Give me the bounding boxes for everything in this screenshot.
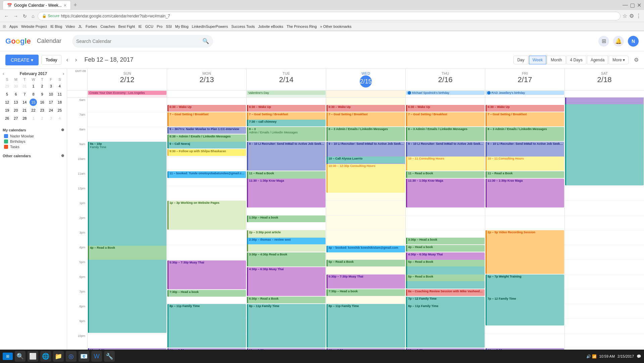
bookmark-pro[interactable]: Pro [157,24,162,28]
active-tab[interactable]: 📅 Google Calendar - Week... × [3,1,71,9]
bookmark-linkedin-superpowers[interactable]: LinkedInSuperPowers [192,24,228,28]
mini-cal-day[interactable]: 20 [12,107,19,114]
settings-button[interactable]: ⚙ [634,57,639,63]
taskbar-chrome[interactable]: ◎ [66,351,77,362]
calendar-event[interactable]: 11:30 – 1:30p Krav Maga [486,179,564,207]
calendar-event[interactable]: 4:30p – 6:30p Muay Thai [247,267,326,296]
calendar-event[interactable]: 6:30 – Wake Up [406,105,485,112]
search-button[interactable]: 🔍 [202,38,209,44]
calendar-event[interactable]: 3:30p – 4:30p Read a Book [247,252,326,266]
taskbar-outlook[interactable]: 📧 [79,351,89,362]
calendar-event[interactable]: 5 – 12Family Time [565,98,644,185]
notifications-icon[interactable]: 🔔 [613,36,624,47]
calendar-event[interactable]: 11:30 – 1:30p Krav Maga [247,179,326,207]
calendar-event[interactable]: 11 – booked: Tunde omotoyobabatundee@gma… [167,171,246,178]
mini-cal-day[interactable]: 9 [39,90,46,98]
mini-cal-day[interactable]: 8 [30,90,37,98]
calendar-event[interactable]: 7 – Goal Setting / Breakfast [167,112,246,126]
calendar-event[interactable]: 7:30 – call chimney [247,120,326,126]
bookmark-success-tools[interactable]: Success Tools [231,24,255,28]
url-bar[interactable]: 🔒 Secure https://calendar.google.com/cal… [38,12,621,20]
my-calendar-item[interactable]: Tasks [3,144,64,149]
allday-event-birthday-fri[interactable]: 🔵 RAD Jewellery's birthday [486,91,564,95]
view-agenda-button[interactable]: Agenda [587,56,608,64]
other-calendars-header[interactable]: Other calendars ⊕ [3,154,64,158]
bookmark-jobvite[interactable]: Jobvite eBooks [258,24,283,28]
prev-week-button[interactable]: ‹ [64,55,70,65]
calendar-event[interactable]: 6:30p – 7:30p Muay Thai [327,275,405,289]
bookmark-best-fight[interactable]: Best Fight [118,24,135,28]
bookmark-forbes[interactable]: Forbes [86,24,97,28]
mini-cal-day[interactable]: 31 [21,82,28,90]
allday-event[interactable]: Create Your Own Economy - Los Angeles [88,91,166,95]
mini-cal-day[interactable]: 4 [56,82,63,90]
my-calendar-item[interactable]: Nader Mowlae [3,133,64,139]
calendar-event[interactable]: 5p – Read a Book [406,260,485,266]
mini-cal-day[interactable]: 21 [21,107,28,114]
calendar-event[interactable]: 8p – 11p Family Time [406,304,485,348]
calendar-event[interactable]: 5:30p – 7:30p Muay Thai [167,260,246,289]
today-button[interactable]: Today [41,55,62,65]
mini-cal-day[interactable]: 15 [30,99,37,106]
allday-event-valentines[interactable]: Valentine's Day [247,91,326,95]
mini-cal-day[interactable]: 3 [47,115,55,122]
calendar-event[interactable]: 11p – 6:30Sleep [565,98,644,104]
calendar-event[interactable]: 8 – 3Admin / Emails / LinkedIn Messages [247,127,326,141]
user-avatar[interactable]: N [628,36,639,47]
mini-cal-day[interactable]: 1 [30,115,37,122]
bookmark-ssi[interactable]: SSI [166,24,172,28]
mini-cal-day[interactable]: 24 [47,107,55,114]
calendar-event[interactable]: 1:30p – Head a book [247,216,326,222]
my-calendar-item[interactable]: Birthdays [3,139,64,144]
view-month-button[interactable]: Month [547,56,565,64]
bookmark-coaches[interactable]: Coaches [100,24,115,28]
mini-cal-day[interactable]: 18 [56,99,63,106]
mini-cal-day[interactable]: 19 [3,107,11,114]
calendar-event[interactable]: 6:30 – Wake Up [327,105,405,112]
mini-cal-day[interactable]: 22 [30,107,37,114]
new-tab-button[interactable]: + [73,2,77,9]
calendar-event[interactable]: 7 – Goal Setting / Breakfast [327,112,405,126]
bookmark-website-project[interactable]: Website Project [21,24,47,28]
calendar-event[interactable]: 9 – 3K/Yrs: Nader Mowlae to Plan 1:CC-In… [167,127,246,134]
calendar-event[interactable]: 11 – Read a Book [406,171,485,178]
search-input[interactable] [76,39,202,44]
calendar-event[interactable]: 10:30 – 12:30p Consulting Hours [327,164,405,193]
taskbar-edge[interactable]: 🌐 [40,351,51,362]
bookmark-princess-ring[interactable]: The Princess Ring [287,24,317,28]
mini-cal-day[interactable]: 16 [39,99,46,106]
mini-cal-day[interactable]: 6 [12,90,19,98]
calendar-event[interactable]: 10 – 11 Consulting Hours [486,157,564,171]
calendar-event[interactable]: 11 – Read a Book [486,171,564,178]
bookmark-button[interactable]: ☆ [623,13,627,19]
apps-grid-icon[interactable]: ⊞ [598,36,609,47]
view-day-button[interactable]: Day [513,56,528,64]
taskbar-file-explorer[interactable]: 📁 [53,351,64,362]
mini-cal-day[interactable]: 17 [47,99,55,106]
calendar-event[interactable]: 7p – 12 Family Time [486,297,564,325]
bookmark-ie-blog[interactable]: IE Blog [50,24,62,28]
taskbar-notification-icon[interactable]: 💬 [637,354,641,359]
calendar-event[interactable]: 9 – 10 LI Recruiter: Send InMail to Acti… [247,142,326,171]
bookmark-other[interactable]: » Other bookmarks [320,24,352,28]
calendar-event[interactable]: 4p – Read a Book [88,246,166,260]
bookmark-jl[interactable]: JL [78,24,82,28]
calendar-event[interactable]: 6:30 – Wake Up [247,105,326,112]
calendar-event[interactable]: 8a – Coaching Review Session with Mike V… [406,289,485,296]
extensions-button[interactable]: ⚙ [629,13,634,19]
mini-cal-day[interactable]: 1 [30,82,37,90]
calendar-event[interactable]: 8p – 11p Family Time [167,304,246,348]
calendar-event[interactable]: 8p – 11p Family Time [247,304,326,348]
mini-cal-day[interactable]: 3 [47,82,55,90]
bookmark-my-blog[interactable]: My Blog [175,24,189,28]
calendar-event[interactable]: 7:30p – Head a book [327,289,405,296]
mini-cal-day[interactable]: 14 [21,99,28,106]
mini-cal-day[interactable]: 5 [3,90,11,98]
mini-cal-day[interactable]: 27 [12,115,19,122]
mini-cal-day[interactable]: 2 [39,115,46,122]
mini-cal-day[interactable]: 29 [3,82,11,90]
calendar-event[interactable]: 5p – Read a Book [327,260,405,266]
calendar-event[interactable]: 9:30 – Follow up with Shilpa Bhaskaran [167,149,246,156]
calendar-event[interactable]: 6:30 – Wake Up [486,105,564,112]
reload-button[interactable]: ↻ [21,13,28,19]
